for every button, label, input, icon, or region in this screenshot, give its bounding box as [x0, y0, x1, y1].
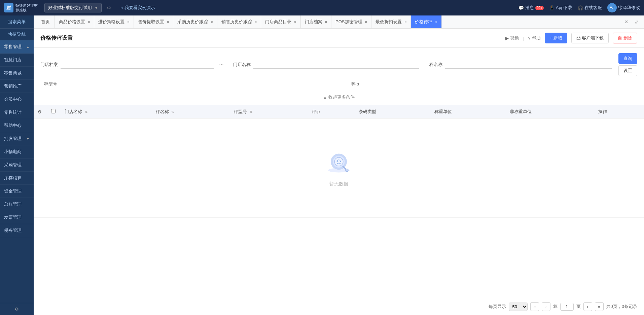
th-scale-name[interactable]: 秤名称 ⇅ — [152, 105, 230, 118]
table-container: ⚙ 门店名称 ⇅ 秤名称 ⇅ 秤型号 ⇅ — [34, 105, 644, 298]
user-menu-btn[interactable]: Ea 徐泽华修改 — [607, 3, 640, 12]
sidebar-item-retail-stats[interactable]: 零售统计 — [0, 106, 34, 119]
phone-icon: 📱 — [549, 5, 554, 10]
sidebar-item-retail-mall[interactable]: 零售商城 — [0, 67, 34, 80]
sidebar-item-inventory[interactable]: 库存核算 — [0, 172, 34, 185]
sidebar-item-help[interactable]: 帮助中心 — [0, 119, 34, 132]
sidebar-item-purchase[interactable]: 采购管理 — [0, 159, 34, 172]
main-layout: 搜索菜单 快捷导航 零售管理 ▲ 智慧门店 零售商城 营销推广 会员中心 零售统… — [0, 15, 644, 315]
filter-store-archive: 门店档案 ··· — [40, 61, 226, 69]
sidebar-settings-btn[interactable]: ⚙ — [0, 303, 34, 315]
tab-min-discount[interactable]: 最低折扣设置 × — [371, 15, 411, 28]
page-actions: ▶ 视频 | ? 帮助 + 新增 凸 客户端下载 自 删除 — [505, 33, 637, 43]
th-barcode-type: 条码类型 — [355, 105, 430, 118]
th-settings[interactable]: ⚙ — [34, 105, 47, 118]
filter-area: 门店档案 ··· 门店名称 秤名称 查询 设置 — [34, 48, 644, 105]
tab-close-icon[interactable]: × — [211, 20, 213, 24]
settings-icon-btn[interactable]: ⚙ — [104, 3, 114, 12]
th-operations: 操作 — [594, 105, 644, 118]
tab-store-catalog[interactable]: 门店商品目录 × — [261, 15, 300, 28]
message-icon: 💬 — [518, 5, 524, 10]
store-archive-input[interactable] — [61, 61, 214, 69]
store-archive-label: 门店档案 — [40, 62, 58, 68]
sidebar-quick-nav[interactable]: 快捷导航 — [0, 29, 34, 40]
tab-close-icon[interactable]: × — [294, 20, 296, 24]
tab-maximize-btn[interactable]: ⤢ — [632, 17, 641, 27]
sidebar-item-member[interactable]: 会员中心 — [0, 93, 34, 106]
scale-name-input[interactable] — [445, 61, 612, 69]
sidebar-item-finance[interactable]: 资金管理 — [0, 185, 34, 198]
scale-model-input[interactable] — [60, 80, 335, 88]
tab-close-icon[interactable]: × — [325, 20, 327, 24]
tab-store-archive[interactable]: 门店档案 × — [301, 15, 331, 28]
tab-product-price[interactable]: 商品价格设置 × — [55, 15, 94, 28]
sort-icon: ⇅ — [250, 110, 252, 114]
demo-icon: ○ — [120, 5, 123, 10]
tab-close-icon[interactable]: × — [88, 20, 90, 24]
th-scale-model[interactable]: 秤型号 ⇅ — [230, 105, 308, 118]
scale-model-label: 秤型号 — [40, 81, 57, 87]
top-center: 好业财标准版交付试用 ▼ ⚙ ○ 我要看实例演示 — [38, 3, 518, 12]
sidebar-item-tax[interactable]: 税务管理 — [0, 224, 34, 237]
message-badge: 99+ — [535, 6, 544, 10]
tab-close-icon[interactable]: × — [255, 20, 257, 24]
query-button[interactable]: 查询 — [618, 53, 637, 64]
tab-close-icon[interactable]: × — [404, 20, 406, 24]
sidebar-item-wholesale[interactable]: 批发管理 ▼ — [0, 132, 34, 145]
table-header-row: ⚙ 门店名称 ⇅ 秤名称 ⇅ 秤型号 ⇅ — [34, 105, 644, 118]
sidebar-item-marketing[interactable]: 营销推广 — [0, 80, 34, 93]
page-input[interactable] — [560, 303, 574, 311]
message-btn[interactable]: 💬 消息 99+ — [518, 5, 544, 11]
prev-page-btn[interactable]: ‹ — [542, 302, 550, 311]
tab-close-icon[interactable]: × — [167, 20, 169, 24]
download-button[interactable]: 凸 客户端下载 — [571, 33, 609, 43]
top-header: 财 畅捷通好业财 标准版 好业财标准版交付试用 ▼ ⚙ ○ 我要看实例演示 💬 … — [0, 0, 644, 15]
tab-close-icon[interactable]: × — [435, 20, 437, 24]
filter-scale-ip: 秤ip — [342, 80, 637, 88]
tab-sales-history[interactable]: 销售历史价跟踪 × — [217, 15, 261, 28]
store-name-input[interactable] — [253, 61, 419, 69]
sidebar-item-ledger[interactable]: 总账管理 — [0, 198, 34, 211]
add-button[interactable]: + 新增 — [545, 33, 567, 43]
tab-home[interactable]: 首页 — [36, 15, 55, 28]
first-page-btn[interactable]: « — [530, 302, 539, 311]
set-button[interactable]: 设置 — [618, 65, 637, 76]
sidebar-section: 零售管理 ▲ 智慧门店 零售商城 营销推广 会员中心 零售统计 帮助中心 批 — [0, 40, 34, 237]
collapse-button[interactable]: ▲ 收起更多条件 — [40, 92, 637, 102]
tab-purchase-strategy[interactable]: 进价策略设置 × — [94, 15, 134, 28]
chevron-up-icon: ▲ — [26, 45, 30, 49]
tab-price-extract[interactable]: 售价提取设置 × — [134, 15, 173, 28]
select-all-checkbox[interactable] — [51, 109, 56, 113]
dots-button[interactable]: ··· — [216, 61, 226, 68]
tab-price-scale[interactable]: 价格传秤 × — [411, 15, 441, 28]
sidebar-item-smart-store[interactable]: 智慧门店 — [0, 54, 34, 67]
demo-link[interactable]: ○ 我要看实例演示 — [120, 5, 155, 11]
tab-close-all-btn[interactable]: ✕ — [622, 17, 631, 27]
help-link[interactable]: ? 帮助 — [528, 35, 540, 41]
sidebar-search[interactable]: 搜索菜单 — [0, 15, 34, 29]
sidebar-item-ecommerce[interactable]: 小畅电商 — [0, 145, 34, 159]
empty-state: 暂无数据 — [38, 122, 640, 214]
last-page-btn[interactable]: » — [595, 302, 604, 311]
tab-close-icon[interactable]: × — [127, 20, 129, 24]
next-page-btn[interactable]: › — [583, 302, 592, 311]
tab-right-buttons: ✕ ⤢ — [622, 17, 641, 27]
tab-purchase-history[interactable]: 采购历史价跟踪 × — [173, 15, 217, 28]
tab-close-icon[interactable]: × — [365, 20, 367, 24]
online-service-btn[interactable]: 🎧 在线客服 — [578, 5, 602, 11]
per-page-select[interactable]: 10 20 50 100 — [509, 303, 528, 311]
video-link[interactable]: ▶ 视频 — [505, 35, 519, 41]
total-info: 共0页，0条记录 — [606, 304, 637, 310]
sidebar-item-retail[interactable]: 零售管理 ▲ — [0, 40, 34, 54]
sort-icon: ⇅ — [85, 110, 87, 114]
sidebar-item-invoice[interactable]: 发票管理 — [0, 211, 34, 224]
svg-point-3 — [334, 158, 343, 166]
tab-pos-encrypt[interactable]: POS加密管理 × — [331, 15, 371, 28]
svg-point-6 — [346, 169, 348, 172]
scale-ip-input[interactable] — [362, 80, 637, 88]
delete-button[interactable]: 自 删除 — [613, 33, 637, 43]
app-download-btn[interactable]: 📱 App下载 — [549, 5, 572, 11]
headset-icon: 🎧 — [578, 5, 583, 10]
th-store-name[interactable]: 门店名称 ⇅ — [61, 105, 152, 118]
version-selector[interactable]: 好业财标准版交付试用 ▼ — [44, 3, 102, 12]
